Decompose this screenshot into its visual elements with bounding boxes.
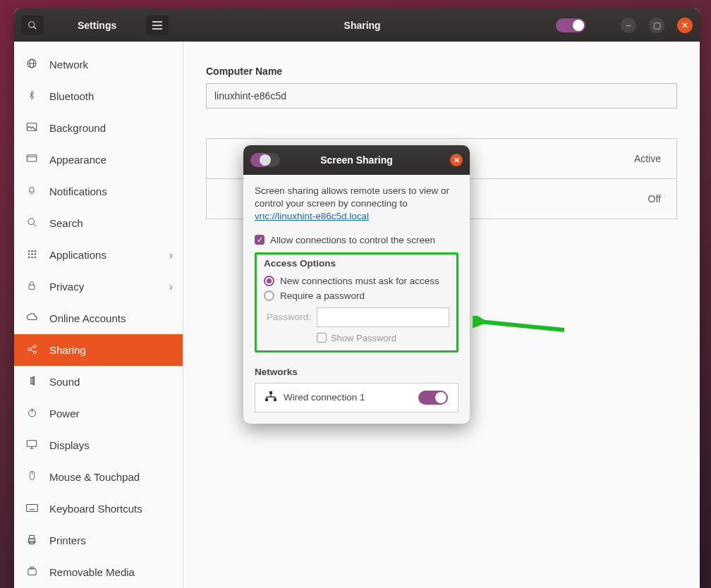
svg-point-0 (29, 21, 35, 27)
sidebar-item-label: Sound (49, 376, 80, 388)
radio-ask-label: New connections must ask for access (280, 276, 439, 286)
svg-rect-45 (30, 567, 34, 569)
screen-sharing-toggle[interactable] (250, 153, 280, 167)
minimize-button[interactable]: – (621, 18, 636, 33)
bg-icon (24, 122, 40, 134)
show-password-checkbox[interactable] (317, 333, 327, 343)
power-icon (24, 408, 40, 420)
password-input[interactable] (317, 307, 449, 327)
sidebar-item-applications[interactable]: Applications› (14, 239, 183, 271)
globe-icon (24, 58, 40, 71)
svg-rect-48 (274, 398, 276, 401)
sidebar-item-appearance[interactable]: Appearance (14, 144, 183, 176)
svg-line-26 (30, 347, 33, 349)
network-name: Wired connection 1 (284, 392, 365, 403)
dialog-title: Screen Sharing (320, 154, 393, 166)
sharing-master-toggle[interactable] (556, 18, 585, 32)
sidebar-item-label: Appearance (49, 154, 107, 166)
sidebar-item-label: Applications (49, 249, 107, 261)
svg-point-11 (28, 218, 34, 224)
radio-require-password[interactable] (264, 290, 274, 301)
sidebar-item-sound[interactable]: Sound (14, 366, 183, 398)
svg-rect-44 (28, 568, 35, 575)
search-icon (24, 217, 40, 230)
sidebar-item-mouse-touchpad[interactable]: Mouse & Touchpad (14, 461, 183, 493)
svg-point-14 (31, 250, 33, 252)
sidebar-item-notifications[interactable]: Notifications (14, 176, 183, 207)
computer-name-label: Computer Name (206, 66, 677, 77)
app-title: Settings (78, 20, 116, 31)
computer-name-field[interactable]: linuxhint-e86c5d (206, 83, 677, 109)
allow-control-checkbox[interactable]: ✓ (255, 235, 265, 245)
disp-icon (24, 439, 40, 451)
radio-ask-for-access[interactable] (264, 276, 274, 286)
search-icon (28, 20, 37, 30)
svg-rect-47 (265, 398, 268, 401)
svg-point-17 (31, 253, 33, 255)
sidebar-item-privacy[interactable]: Privacy› (14, 271, 183, 302)
radio-password-label: Require a password (280, 290, 365, 301)
bell-icon (24, 185, 40, 198)
wired-icon (265, 391, 276, 403)
access-options-section: Access Options New connections must ask … (255, 252, 458, 353)
svg-rect-30 (27, 441, 36, 447)
lock-icon (24, 280, 40, 293)
allow-control-label: Allow connections to control the screen (270, 235, 435, 245)
mouse-icon (24, 470, 40, 484)
sidebar-item-power[interactable]: Power (14, 398, 183, 429)
page-title: Sharing (169, 20, 556, 31)
sidebar-item-label: Mouse & Touchpad (49, 471, 140, 483)
vnc-link[interactable]: vnc://linuxhint-e86c5d.local (255, 211, 369, 221)
titlebar: Settings Sharing – ▢ ✕ (14, 8, 700, 42)
share-icon (24, 344, 40, 357)
svg-rect-42 (30, 535, 35, 539)
svg-point-19 (28, 256, 30, 258)
svg-rect-35 (26, 505, 37, 512)
remov-icon (24, 566, 40, 579)
chevron-right-icon: › (169, 281, 173, 293)
maximize-button[interactable]: ▢ (649, 18, 664, 33)
appear-icon (24, 154, 40, 166)
screen-sharing-dialog: Screen Sharing ✕ Screen sharing allows r… (243, 145, 470, 424)
svg-point-24 (28, 348, 30, 350)
sidebar-item-background[interactable]: Background (14, 112, 183, 144)
sidebar-item-search[interactable]: Search (14, 207, 183, 239)
sidebar-item-label: Keyboard Shortcuts (49, 503, 142, 515)
sidebar-item-label: Removable Media (49, 566, 135, 578)
svg-point-15 (34, 250, 36, 252)
sidebar-item-label: Sharing (49, 344, 86, 356)
status-active: Active (634, 153, 661, 164)
networks-header: Networks (255, 367, 458, 377)
svg-point-20 (31, 256, 33, 258)
sidebar-item-printers[interactable]: Printers (14, 525, 183, 556)
chevron-right-icon: › (169, 249, 173, 262)
sidebar-item-label: Privacy (49, 281, 84, 293)
sidebar-item-removable-media[interactable]: Removable Media (14, 556, 183, 588)
sidebar-item-label: Power (49, 408, 80, 419)
access-options-header: Access Options (264, 258, 449, 269)
network-row: Wired connection 1 (255, 383, 458, 412)
sidebar-item-sharing[interactable]: Sharing (14, 334, 183, 366)
svg-line-12 (33, 223, 36, 226)
hamburger-button[interactable] (146, 16, 169, 35)
print-icon (24, 534, 40, 547)
hamburger-icon (152, 21, 162, 30)
sidebar-item-label: Network (49, 59, 88, 71)
network-toggle[interactable] (418, 391, 448, 405)
sidebar-item-label: Search (49, 217, 83, 229)
sidebar-item-network[interactable]: Network (14, 49, 183, 80)
sidebar-item-label: Online Accounts (49, 312, 126, 324)
sidebar-item-online-accounts[interactable]: Online Accounts (14, 302, 183, 334)
bt-icon (24, 90, 40, 103)
svg-point-23 (33, 345, 36, 348)
sidebar-item-keyboard-shortcuts[interactable]: Keyboard Shortcuts (14, 493, 183, 525)
kbd-icon (24, 503, 40, 515)
sidebar-item-displays[interactable]: Displays (14, 429, 183, 461)
sidebar-item-label: Notifications (49, 185, 107, 197)
svg-line-1 (34, 26, 37, 29)
close-button[interactable]: ✕ (677, 18, 693, 33)
dialog-close-button[interactable]: ✕ (450, 154, 463, 166)
status-off: Off (648, 193, 661, 204)
sidebar-item-bluetooth[interactable]: Bluetooth (14, 80, 183, 112)
search-button[interactable] (21, 16, 44, 35)
